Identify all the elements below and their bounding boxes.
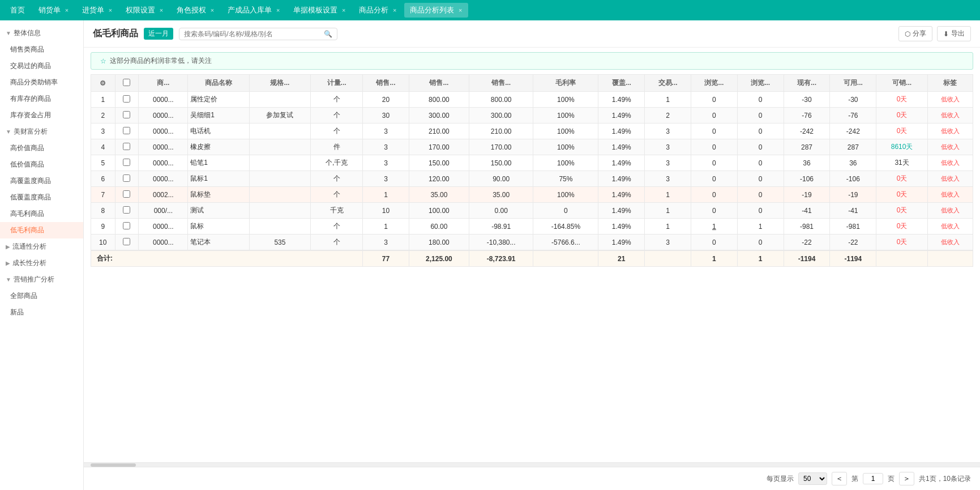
- col-amount[interactable]: 销售...: [469, 75, 533, 92]
- row-checkbox[interactable]: [115, 187, 139, 203]
- row-name: 鼠标1: [188, 171, 249, 187]
- row-browse1[interactable]: 1: [691, 219, 737, 235]
- row-select-checkbox[interactable]: [123, 127, 130, 134]
- col-stock[interactable]: 现有...: [784, 75, 830, 92]
- sidebar-group-growth[interactable]: ▶成长性分析: [0, 255, 83, 271]
- nav-sales[interactable]: 销货单 ×: [33, 3, 74, 18]
- sidebar-item-all-goods[interactable]: 全部商品: [0, 288, 83, 304]
- col-code[interactable]: 商...: [139, 75, 188, 92]
- row-profit: 100%: [533, 108, 598, 123]
- row-checkbox[interactable]: [115, 235, 139, 251]
- gear-icon[interactable]: ⚙: [100, 79, 106, 87]
- row-checkbox[interactable]: [115, 171, 139, 187]
- sidebar-item-high-coverage[interactable]: 高覆盖度商品: [0, 173, 83, 189]
- row-code: 0000...: [139, 108, 188, 123]
- col-qty[interactable]: 销售...: [363, 75, 409, 92]
- nav-template[interactable]: 单据模板设置 ×: [288, 3, 351, 18]
- row-select-checkbox[interactable]: [123, 95, 130, 103]
- per-page-label: 每页显示: [767, 474, 794, 484]
- row-select-checkbox[interactable]: [123, 206, 130, 214]
- col-spec[interactable]: 规格...: [249, 75, 310, 92]
- col-margin[interactable]: 毛利率: [533, 75, 598, 92]
- sidebar-item-sales-goods[interactable]: 销售类商品: [0, 41, 83, 58]
- select-all-checkbox[interactable]: [123, 79, 130, 86]
- row-profit: 100%: [533, 139, 598, 155]
- close-icon[interactable]: ×: [342, 7, 345, 14]
- close-icon[interactable]: ×: [393, 7, 396, 14]
- share-button[interactable]: ⬡ 分享: [898, 26, 932, 41]
- sidebar-item-new-goods[interactable]: 新品: [0, 304, 83, 321]
- scrollbar-thumb[interactable]: [91, 463, 136, 467]
- col-browse2[interactable]: 浏览...: [737, 75, 784, 92]
- sidebar-item-traded-goods[interactable]: 交易过的商品: [0, 58, 83, 74]
- col-browse1[interactable]: 浏览...: [691, 75, 737, 92]
- footer-browse1: 1: [691, 250, 737, 267]
- row-unit: 个: [311, 187, 363, 203]
- sidebar-item-low-coverage[interactable]: 低覆盖度商品: [0, 189, 83, 206]
- col-tag[interactable]: 标签: [927, 75, 973, 92]
- row-checkbox[interactable]: [115, 92, 139, 108]
- row-select-checkbox[interactable]: [123, 238, 130, 245]
- col-available[interactable]: 可用...: [830, 75, 876, 92]
- close-icon[interactable]: ×: [160, 7, 163, 14]
- close-icon[interactable]: ×: [459, 7, 462, 14]
- row-checkbox[interactable]: [115, 203, 139, 219]
- sidebar-group-overall[interactable]: ▼整体信息: [0, 25, 83, 41]
- col-trade[interactable]: 交易...: [645, 75, 691, 92]
- page-input[interactable]: [863, 473, 883, 484]
- sidebar-item-low-margin[interactable]: 低毛利商品: [0, 222, 83, 238]
- sidebar-group-wealth[interactable]: ▼美财富分析: [0, 123, 83, 140]
- sidebar-item-low-value[interactable]: 低价值商品: [0, 156, 83, 173]
- row-checkbox[interactable]: [115, 139, 139, 155]
- sidebar-item-in-stock[interactable]: 有库存的商品: [0, 91, 83, 107]
- row-select-checkbox[interactable]: [123, 111, 130, 118]
- sidebar-group-liquidity[interactable]: ▶流通性分析: [0, 238, 83, 255]
- table-row: 5 0000... 铅笔1 个,千克 3 150.00 150.00 100% …: [91, 155, 973, 171]
- sidebar-group-marketing[interactable]: ▼营销推广分析: [0, 271, 83, 288]
- col-unit[interactable]: 计量...: [311, 75, 363, 92]
- row-margin: 1.49%: [598, 187, 645, 203]
- nav-role[interactable]: 角色授权 ×: [171, 3, 220, 18]
- export-button[interactable]: ⬇ 导出: [937, 26, 971, 41]
- row-select-checkbox[interactable]: [123, 143, 130, 150]
- close-icon[interactable]: ×: [109, 7, 112, 14]
- row-select-checkbox[interactable]: [123, 159, 130, 166]
- sidebar-item-high-value[interactable]: 高价值商品: [0, 140, 83, 156]
- col-settings[interactable]: ⚙: [91, 75, 115, 92]
- col-name[interactable]: 商品名称: [188, 75, 249, 92]
- row-unit: 个: [311, 108, 363, 123]
- row-checkbox[interactable]: [115, 219, 139, 235]
- per-page-select[interactable]: 50 100 200: [798, 472, 827, 485]
- sidebar-item-category-rate[interactable]: 商品分类助销率: [0, 74, 83, 91]
- col-salable[interactable]: 可销...: [876, 75, 928, 92]
- nav-goods-analysis-list[interactable]: 商品分析列表 ×: [404, 3, 468, 18]
- search-input[interactable]: [184, 30, 322, 38]
- prev-page-button[interactable]: ＜: [832, 472, 847, 485]
- nav-purchase[interactable]: 进货单 ×: [76, 3, 118, 18]
- close-icon[interactable]: ×: [65, 7, 69, 14]
- col-checkbox[interactable]: [115, 75, 139, 92]
- time-badge[interactable]: 近一月: [144, 28, 173, 40]
- row-select-checkbox[interactable]: [123, 174, 130, 182]
- row-select-checkbox[interactable]: [123, 222, 130, 229]
- row-coverage: 3: [645, 139, 691, 155]
- nav-permission[interactable]: 权限设置 ×: [120, 3, 169, 18]
- col-price[interactable]: 销售...: [409, 75, 469, 92]
- row-checkbox[interactable]: [115, 108, 139, 123]
- next-page-button[interactable]: ＞: [899, 472, 914, 485]
- table-row: 7 0002... 鼠标垫 个 1 35.00 35.00 100% 1.49%…: [91, 187, 973, 203]
- horizontal-scrollbar[interactable]: [84, 462, 980, 467]
- nav-product-in[interactable]: 产成品入库单 ×: [222, 3, 285, 18]
- search-icon[interactable]: 🔍: [324, 30, 332, 38]
- nav-home[interactable]: 首页: [5, 3, 31, 18]
- sidebar-item-fund-occupy[interactable]: 库存资金占用: [0, 107, 83, 123]
- table-container[interactable]: ⚙ 商... 商品名称 规格... 计量... 销售... 销售... 销售..…: [84, 74, 980, 462]
- row-checkbox[interactable]: [115, 123, 139, 139]
- sidebar-item-high-margin[interactable]: 高毛利商品: [0, 206, 83, 222]
- close-icon[interactable]: ×: [276, 7, 280, 14]
- col-coverage[interactable]: 覆盖...: [598, 75, 645, 92]
- nav-goods-analysis[interactable]: 商品分析 ×: [353, 3, 402, 18]
- close-icon[interactable]: ×: [211, 7, 214, 14]
- row-checkbox[interactable]: [115, 155, 139, 171]
- row-select-checkbox[interactable]: [123, 190, 130, 198]
